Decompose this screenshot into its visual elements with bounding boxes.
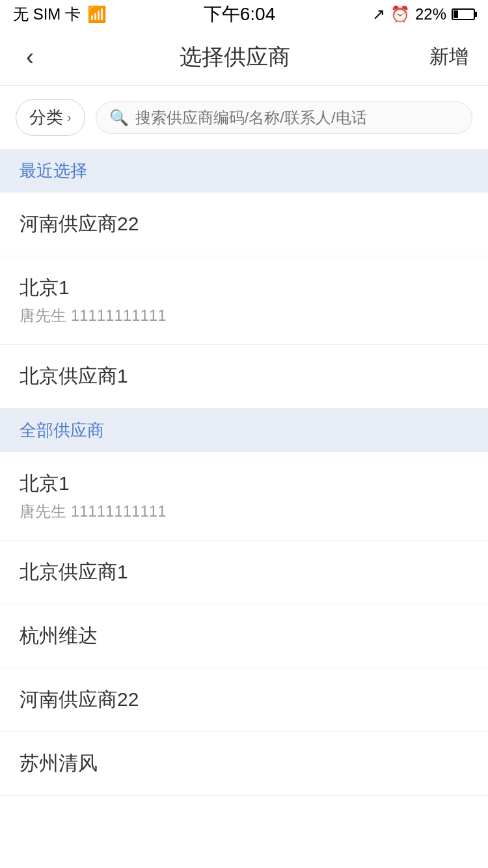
alarm-icon: ⏰ bbox=[390, 5, 410, 23]
recent-section-header: 最近选择 bbox=[0, 149, 488, 193]
status-bar-left: 无 SIM 卡 📶 bbox=[13, 4, 107, 25]
search-box[interactable]: 🔍 bbox=[96, 102, 472, 134]
category-filter-button[interactable]: 分类 › bbox=[16, 99, 85, 136]
item-name: 河南供应商22 bbox=[20, 211, 468, 237]
all-section-label: 全部供应商 bbox=[20, 420, 104, 440]
list-item[interactable]: 北京供应商1 bbox=[0, 541, 488, 604]
status-bar: 无 SIM 卡 📶 下午6:04 ↗ ⏰ 22% bbox=[0, 0, 488, 29]
item-sub: 唐先生 11111111111 bbox=[20, 305, 468, 326]
item-sub: 唐先生 11111111111 bbox=[20, 501, 468, 522]
list-item[interactable]: 北京1 唐先生 11111111111 bbox=[0, 452, 488, 541]
list-item[interactable]: 北京1 唐先生 11111111111 bbox=[0, 256, 488, 345]
battery-percent: 22% bbox=[415, 5, 446, 23]
battery-icon bbox=[452, 8, 475, 20]
all-section-header: 全部供应商 bbox=[0, 409, 488, 452]
list-item[interactable]: 北京供应商1 bbox=[0, 345, 488, 409]
add-button[interactable]: 新增 bbox=[429, 44, 468, 70]
category-label: 分类 bbox=[29, 106, 63, 129]
status-bar-time: 下午6:04 bbox=[204, 2, 276, 27]
recent-list: 河南供应商22 北京1 唐先生 11111111111 北京供应商1 bbox=[0, 193, 488, 409]
item-name: 杭州维达 bbox=[20, 623, 468, 649]
recent-section-label: 最近选择 bbox=[20, 161, 87, 180]
location-icon: ↗ bbox=[372, 5, 385, 23]
back-button[interactable]: ‹ bbox=[20, 37, 40, 77]
carrier-text: 无 SIM 卡 bbox=[13, 4, 81, 25]
list-item[interactable]: 苏州清风 bbox=[0, 732, 488, 796]
search-input[interactable] bbox=[135, 109, 459, 127]
list-item[interactable]: 杭州维达 bbox=[0, 604, 488, 668]
item-name: 北京1 bbox=[20, 470, 468, 497]
list-item[interactable]: 河南供应商22 bbox=[0, 668, 488, 732]
list-item[interactable]: 河南供应商22 bbox=[0, 193, 488, 256]
item-name: 北京1 bbox=[20, 275, 468, 301]
all-list: 北京1 唐先生 11111111111 北京供应商1 杭州维达 河南供应商22 … bbox=[0, 452, 488, 796]
filter-row: 分类 › 🔍 bbox=[0, 86, 488, 149]
wifi-icon: 📶 bbox=[87, 5, 107, 23]
item-name: 苏州清风 bbox=[20, 750, 468, 777]
search-icon: 🔍 bbox=[109, 109, 129, 127]
status-bar-right: ↗ ⏰ 22% bbox=[372, 5, 475, 23]
chevron-right-icon: › bbox=[67, 110, 72, 125]
nav-bar: ‹ 选择供应商 新增 bbox=[0, 29, 488, 86]
page-title: 选择供应商 bbox=[180, 42, 290, 72]
item-name: 河南供应商22 bbox=[20, 686, 468, 713]
item-name: 北京供应商1 bbox=[20, 363, 468, 390]
item-name: 北京供应商1 bbox=[20, 559, 468, 586]
